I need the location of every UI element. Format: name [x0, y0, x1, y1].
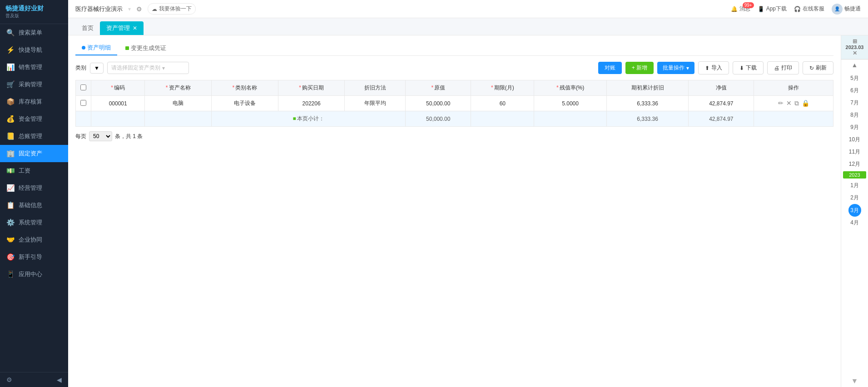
tab-asset-management[interactable]: 资产管理✕ [100, 21, 144, 35]
table-row: 000001 电脑 电子设备 202206 年限平均 50,000.00 60 … [76, 96, 833, 111]
rp-header-expand[interactable]: ⊞ [853, 38, 857, 45]
user-area[interactable]: 👤 畅捷通 [832, 4, 861, 15]
experience-btn[interactable]: ☁ 我要体验一下 [148, 3, 196, 15]
tab-dot-circle [82, 46, 85, 50]
import-icon: ⬆ [705, 65, 709, 71]
online-service-btn[interactable]: 🎧 在线客服 [794, 5, 824, 13]
new-btn[interactable]: + 新增 [625, 62, 654, 74]
sidebar-item-cooperation[interactable]: 🤝企业协同 [0, 231, 68, 248]
batch-ops-btn[interactable]: 批量操作 ▾ [657, 62, 694, 74]
month-list: 5月6月7月8月9月10月11月12月20231月2月3月4月 [841, 70, 868, 375]
cooperation-icon: 🤝 [6, 236, 15, 244]
collapse-icon[interactable]: ◀ [57, 376, 62, 383]
rp-bottom[interactable]: ▼ [841, 375, 868, 387]
sidebar-item-inventory[interactable]: 📦库存核算 [0, 93, 68, 110]
subtotal-empty-2 [91, 111, 145, 127]
category-filter-select[interactable]: ▼ [90, 63, 104, 74]
month-item-11月[interactable]: 11月 [841, 146, 868, 158]
rp-nav-up[interactable]: ▲ [841, 60, 868, 70]
td-code-0: 000001 [91, 96, 145, 111]
rp-bottom-icon: ▼ [851, 377, 858, 385]
header-row: *编码 *资产名称 *类别名称 *购买日期 折旧方法 *原值 *期限(月) *残… [76, 80, 833, 96]
month-item-6月[interactable]: 6月 [841, 84, 868, 97]
month-item-4月[interactable]: 4月 [841, 217, 868, 229]
sidebar-bottom: ⚙ ◀ [0, 372, 68, 387]
company-name: 医疗器械行业演示 [75, 5, 123, 13]
reconcile-btn[interactable]: 对账 [598, 62, 622, 74]
copy-icon-0[interactable]: ⧉ [794, 99, 799, 107]
sidebar-label-search-menu: 搜索菜单 [19, 29, 42, 37]
sidebar-item-search-menu[interactable]: 🔍搜索菜单 [0, 24, 68, 41]
sidebar-item-app-center[interactable]: 📱应用中心 [0, 266, 68, 283]
batch-ops-label: 批量操作 [663, 64, 684, 72]
table-header: *编码 *资产名称 *类别名称 *购买日期 折旧方法 *原值 *期限(月) *残… [76, 80, 833, 96]
edit-icon-0[interactable]: ✏ [778, 99, 784, 107]
subtotal-label: ■本页小计： [212, 111, 406, 127]
sidebar-item-payroll[interactable]: 💵工资 [0, 162, 68, 179]
rp-close-btn[interactable]: ✕ [853, 50, 857, 56]
sidebar-item-system[interactable]: ⚙️系统管理 [0, 214, 68, 231]
notification-btn[interactable]: 🔔 消息 99+ [731, 5, 750, 13]
app-download-label: App下载 [766, 5, 787, 13]
sidebar-label-fund: 资金管理 [19, 115, 42, 123]
dropdown-arrow-icon: ▾ [162, 65, 165, 71]
phone-icon: 📱 [758, 6, 764, 12]
print-btn[interactable]: 🖨 打印 [767, 61, 799, 74]
subtotal-empty-6 [754, 111, 833, 127]
sub-tab-change-voucher[interactable]: 变更生成凭证 [119, 41, 173, 55]
refresh-btn[interactable]: ↻ 刷新 [803, 61, 833, 74]
sidebar-item-guide[interactable]: 🎯新手引导 [0, 248, 68, 266]
right-panel: ⊞ 2023.03 ✕ ▲ 5月6月7月8月9月10月11月12月20231月2… [841, 35, 868, 387]
tab-home[interactable]: 首页 [75, 21, 100, 35]
month-item-10月[interactable]: 10月 [841, 134, 868, 146]
td-name-0: 电脑 [145, 96, 212, 111]
subtotal-net-value: 42,874.97 [689, 111, 754, 127]
category-filter-input[interactable]: 请选择固定资产类别 ▾ [107, 62, 189, 74]
month-item-1月[interactable]: 1月 [841, 179, 868, 192]
month-item-5月[interactable]: 5月 [841, 72, 868, 84]
year-badge: 2023 [843, 171, 866, 179]
app-download-btn[interactable]: 📱 App下载 [758, 5, 787, 13]
per-page-select[interactable]: 50 100 [89, 131, 112, 141]
download-btn[interactable]: ⬇ 下载 [733, 61, 764, 74]
month-item-12月[interactable]: 12月 [841, 158, 868, 170]
sidebar-item-operation[interactable]: 📈经营管理 [0, 179, 68, 197]
month-item-7月[interactable]: 7月 [841, 97, 868, 109]
import-btn[interactable]: ⬆ 导入 [698, 61, 729, 74]
app-center-icon: 📱 [6, 270, 15, 278]
subtotal-empty-4 [471, 111, 534, 127]
settings-icon[interactable]: ⚙ [6, 376, 12, 383]
lock-icon-0[interactable]: 🔒 [802, 99, 809, 107]
month-item-9月[interactable]: 9月 [841, 121, 868, 134]
sub-tab-asset-detail[interactable]: 资产明细 [75, 41, 117, 55]
select-all-checkbox[interactable] [80, 84, 86, 90]
sidebar-item-quick-nav[interactable]: ⚡快捷导航 [0, 41, 68, 59]
subtotal-empty-5 [534, 111, 607, 127]
ledger-icon: 📒 [6, 132, 15, 140]
right-panel-header: ⊞ 2023.03 ✕ [841, 35, 868, 60]
basic-info-icon: 📋 [6, 201, 15, 209]
month-item-2月[interactable]: 2月 [841, 192, 868, 204]
toolbar: 类别 ▼ 请选择固定资产类别 ▾ 对账 + 新增 批量操作 ▾ ⬆ [75, 61, 833, 74]
month-item-8月[interactable]: 8月 [841, 109, 868, 121]
sidebar-label-basic-info: 基础信息 [19, 201, 42, 209]
refresh-icon: ↻ [809, 65, 814, 71]
fund-icon: 💰 [6, 115, 15, 123]
month-item-3月[interactable]: 3月 [848, 204, 861, 217]
sub-tabs: 资产明细变更生成凭证 [75, 41, 833, 56]
sidebar-item-fixed-assets[interactable]: 🏢固定资产 [0, 145, 68, 162]
row-checkbox-0[interactable] [80, 100, 86, 106]
delete-icon-0[interactable]: ✕ [786, 99, 792, 107]
sidebar-item-basic-info[interactable]: 📋基础信息 [0, 197, 68, 214]
settings-btn[interactable]: ⚙ [136, 5, 142, 13]
sidebar-item-fund[interactable]: 💰资金管理 [0, 110, 68, 128]
sidebar-item-purchase[interactable]: 🛒采购管理 [0, 76, 68, 93]
sidebar-label-guide: 新手引导 [19, 253, 42, 261]
toolbar-left: 类别 ▼ 请选择固定资产类别 ▾ [75, 62, 595, 74]
sidebar-item-sales[interactable]: 📊销售管理 [0, 59, 68, 76]
td-dep-method-0: 年限平均 [345, 96, 406, 111]
td-checkbox-0 [76, 96, 91, 111]
th-accumulated-dep: 期初累计折旧 [606, 80, 688, 96]
sidebar-item-ledger[interactable]: 📒总账管理 [0, 128, 68, 145]
tab-close-asset-management[interactable]: ✕ [133, 25, 137, 31]
